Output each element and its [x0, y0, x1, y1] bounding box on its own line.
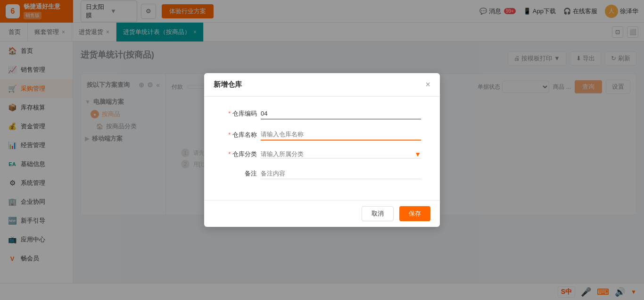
modal-body: 仓库编码 仓库名称 仓库分类 ▼ 备注 — [204, 97, 440, 200]
save-button[interactable]: 保存 — [399, 206, 430, 221]
warehouse-name-row: 仓库名称 — [223, 129, 421, 141]
category-dropdown-icon: ▼ — [414, 150, 421, 158]
name-label: 仓库名称 — [223, 131, 261, 139]
category-label: 仓库分类 — [223, 150, 261, 158]
warehouse-note-row: 备注 — [223, 168, 421, 179]
warehouse-code-row: 仓库编码 — [223, 108, 421, 119]
note-label: 备注 — [223, 169, 261, 178]
cancel-button[interactable]: 取消 — [362, 206, 394, 221]
modal-overlay: 新增仓库 × 仓库编码 仓库名称 仓库分类 ▼ — [0, 0, 644, 300]
category-input[interactable] — [261, 150, 414, 158]
modal-header: 新增仓库 × — [204, 73, 440, 97]
warehouse-name-input[interactable] — [261, 129, 421, 141]
add-warehouse-modal: 新增仓库 × 仓库编码 仓库名称 仓库分类 ▼ — [204, 73, 440, 227]
modal-footer: 取消 保存 — [204, 200, 440, 227]
modal-title: 新增仓库 — [214, 80, 242, 89]
code-label: 仓库编码 — [223, 109, 261, 118]
warehouse-code-input[interactable] — [261, 108, 421, 119]
warehouse-note-input[interactable] — [261, 168, 421, 179]
warehouse-category-row: 仓库分类 ▼ — [223, 150, 421, 158]
modal-close-button[interactable]: × — [425, 80, 430, 90]
category-select-wrap: ▼ — [261, 150, 421, 158]
